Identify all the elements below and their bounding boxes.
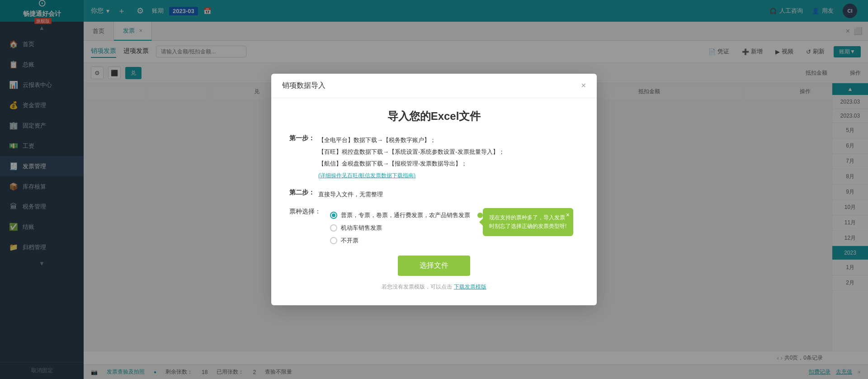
tooltip-close-btn[interactable]: ×: [566, 210, 570, 220]
step1-section: 第一步： 【全电平台】数据下载→【税务数字账户】； 【百旺】税控盘数据下载→【系…: [289, 134, 579, 181]
download-template: 若您没有发票模版，可以点击 下载发票模版: [289, 283, 579, 291]
step1-label: 第一步：: [289, 134, 315, 142]
radio-2-circle[interactable]: [330, 237, 337, 244]
tooltip-bubble: × 现在支持的票种多了，导入发票时别忘了选择正确的发票类型呀!: [483, 208, 573, 236]
modal-title: 销项数据导入: [282, 81, 326, 90]
radio-item-1[interactable]: 机动车销售发票: [330, 224, 483, 232]
step1-link[interactable]: (详细操作见百旺/航信发票数据下载指南): [318, 172, 415, 179]
tooltip-dot: [477, 213, 483, 218]
step1-line3: 【航信】金税盘数据下载→【报税管理-发票数据导出】；: [318, 158, 505, 170]
step1-content: 【全电平台】数据下载→【税务数字账户】； 【百旺】税控盘数据下载→【系统设置-系…: [316, 134, 505, 181]
import-modal: 销项数据导入 × 导入您的Excel文件 第一步： 【全电平台】数据下载→【税务…: [271, 74, 597, 305]
radio-1-label: 机动车销售发票: [341, 224, 382, 232]
radio-0-label: 普票，专票，卷票，通行费发票，农产品销售发票: [341, 211, 470, 219]
tooltip-arrow: [479, 218, 483, 226]
step2-content: 直接导入文件，无需整理: [316, 189, 383, 200]
select-file-btn[interactable]: 选择文件: [398, 256, 470, 276]
ticket-select-label: 票种选择：: [289, 208, 321, 216]
modal-header: 销项数据导入 ×: [271, 74, 597, 98]
modal-body: 导入您的Excel文件 第一步： 【全电平台】数据下载→【税务数字账户】； 【百…: [271, 98, 597, 305]
radio-group: 普票，专票，卷票，通行费发票，农产品销售发票 × 现在支持的票种多了，导入发票时…: [328, 211, 483, 245]
ticket-select-section: 票种选择： 普票，专票，卷票，通行费发票，农产品销售发票 × 现在支持的票种多了…: [289, 208, 579, 245]
step1-line1: 【全电平台】数据下载→【税务数字账户】；: [318, 134, 505, 146]
step2-label: 第二步：: [289, 189, 315, 197]
tooltip-text: 现在支持的票种多了，导入发票时别忘了选择正确的发票类型呀!: [489, 214, 566, 229]
download-template-link[interactable]: 下载发票模版: [454, 284, 486, 290]
radio-2-label: 不开票: [341, 237, 359, 245]
radio-item-0[interactable]: 普票，专票，卷票，通行费发票，农产品销售发票 × 现在支持的票种多了，导入发票时…: [330, 211, 483, 219]
radio-item-2[interactable]: 不开票: [330, 237, 483, 245]
radio-1-circle[interactable]: [330, 224, 337, 232]
radio-0-circle[interactable]: [330, 212, 337, 219]
tooltip-anchor: × 现在支持的票种多了，导入发票时别忘了选择正确的发票类型呀!: [474, 213, 483, 218]
step1-line2: 【百旺】税控盘数据下载→【系统设置-系统参数设置-发票批量导入】；: [318, 146, 505, 158]
modal-main-title: 导入您的Excel文件: [289, 109, 579, 123]
modal-close-btn[interactable]: ×: [581, 81, 586, 90]
step2-section: 第二步： 直接导入文件，无需整理: [289, 189, 579, 200]
